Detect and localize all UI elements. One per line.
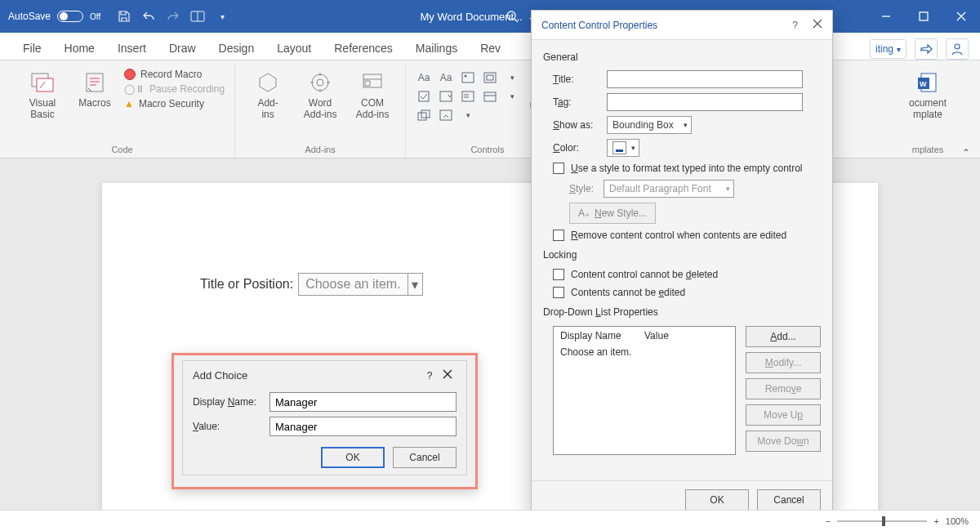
save-icon[interactable] (117, 9, 131, 24)
chevron-down-icon[interactable]: ▾ (408, 274, 422, 295)
moveup-button: Move Up (746, 404, 821, 426)
repeating-control-icon[interactable] (416, 108, 432, 123)
svg-rect-21 (462, 91, 474, 101)
plain-text-control-icon[interactable]: Aa (438, 70, 454, 85)
tab-draw[interactable]: Draw (158, 35, 207, 60)
add-button[interactable]: Add... (746, 326, 821, 347)
svg-rect-18 (487, 75, 493, 80)
zoom-out-button[interactable]: − (826, 516, 831, 526)
svg-rect-17 (484, 73, 496, 83)
tab-references[interactable]: References (323, 35, 404, 60)
editing-mode-button[interactable]: iting ▾ (870, 39, 906, 59)
dropdown-list[interactable]: Display Name Value Choose an item. (553, 326, 736, 455)
use-style-checkbox[interactable] (553, 163, 564, 174)
rich-text-control-icon[interactable]: Aa (416, 70, 432, 85)
tab-review[interactable]: Rev (469, 35, 512, 60)
addins-icon (254, 69, 282, 96)
display-name-label: Display Name: (193, 396, 263, 408)
tag-input[interactable] (607, 93, 803, 111)
tab-insert[interactable]: Insert (106, 35, 158, 60)
macros-button[interactable]: Macros (72, 65, 118, 109)
group-label-controls: Controls (470, 141, 504, 158)
tab-mailings[interactable]: Mailings (404, 35, 469, 60)
combo-control-icon[interactable] (438, 89, 454, 104)
svg-rect-19 (419, 91, 429, 101)
picture-control-icon[interactable] (460, 70, 476, 85)
new-style-icon: A₊ (578, 207, 590, 219)
dropdown-control-icon[interactable] (460, 89, 476, 104)
title-position-combo[interactable]: Choose an item. ▾ (298, 273, 423, 296)
cannot-delete-checkbox[interactable] (553, 269, 564, 280)
col-value: Value (644, 330, 728, 341)
account-button[interactable] (946, 38, 969, 60)
ribbon-group-templates: W ocument mplate mplates (885, 64, 970, 158)
maximize-button[interactable] (905, 0, 942, 33)
chevron-down-icon: ▾ (726, 185, 730, 193)
minimize-button[interactable] (867, 0, 905, 33)
checkbox-control-icon[interactable] (416, 89, 432, 104)
cannot-delete-label: Content control cannot be deleted (571, 269, 718, 280)
tab-layout[interactable]: Layout (265, 35, 323, 60)
add-choice-title: Add Choice (193, 369, 247, 382)
tab-home[interactable]: Home (53, 35, 106, 60)
search-icon[interactable] (505, 9, 519, 24)
ccp-cancel-button[interactable]: Cancel (757, 489, 821, 511)
zoom-slider[interactable] (837, 520, 927, 522)
visual-basic-button[interactable]: Visual Basic (20, 65, 65, 121)
ccp-ok-button[interactable]: OK (685, 489, 749, 511)
tab-design[interactable]: Design (207, 35, 266, 60)
autosave-toggle[interactable]: AutoSave Off (8, 11, 100, 22)
record-macro-button[interactable]: Record Macro (124, 69, 225, 80)
share-button[interactable] (915, 38, 938, 60)
com-addins-button[interactable]: COM Add-ins (350, 65, 395, 121)
more-icon[interactable]: ▾ (215, 9, 229, 24)
display-name-input[interactable] (270, 392, 457, 412)
warning-icon: ▲ (124, 98, 134, 109)
word-addins-button[interactable]: Word Add-ins (297, 65, 343, 121)
help-button[interactable]: ? (792, 20, 798, 31)
title-input[interactable] (607, 70, 803, 88)
addins-button[interactable]: Add- ins (245, 65, 291, 121)
zoom-in-button[interactable]: + (933, 516, 938, 526)
macro-security-button[interactable]: ▲ Macro Security (124, 98, 225, 109)
chevron-down-icon: ▾ (684, 121, 688, 129)
list-item[interactable]: Choose an item. (554, 345, 735, 359)
svg-rect-5 (920, 12, 928, 20)
redo-icon[interactable] (166, 9, 180, 24)
svg-rect-26 (418, 113, 426, 120)
close-icon[interactable] (439, 369, 457, 382)
undo-icon[interactable] (141, 9, 156, 24)
document-template-button[interactable]: W ocument mplate (895, 65, 960, 121)
remove-on-edit-checkbox[interactable] (553, 230, 564, 241)
control-chevron-1[interactable] (504, 70, 520, 85)
section-general: General (543, 51, 821, 63)
ccp-titlebar[interactable]: Content Control Properties ? (532, 11, 832, 40)
legacy-tools-chevron[interactable] (460, 108, 476, 123)
movedown-button: Move Down (746, 431, 821, 452)
status-bar: − + 100% (0, 510, 980, 531)
cannot-edit-checkbox[interactable] (553, 287, 564, 298)
help-button[interactable]: ? (421, 370, 439, 382)
color-swatch-icon (612, 141, 626, 154)
zoom-level[interactable]: 100% (946, 516, 969, 526)
svg-line-3 (514, 19, 518, 22)
color-picker[interactable]: ▾ (607, 139, 639, 157)
new-style-button: A₊ New Style... (569, 203, 656, 224)
ok-button[interactable]: OK (321, 447, 385, 468)
control-chevron-2[interactable] (504, 89, 520, 104)
reading-view-icon[interactable] (190, 9, 205, 24)
value-input[interactable] (270, 417, 457, 436)
close-icon[interactable] (813, 19, 822, 31)
collapse-ribbon-icon[interactable]: ⌃ (962, 147, 970, 158)
combo-placeholder: Choose an item. (299, 277, 408, 292)
legacy-tools-icon[interactable] (438, 108, 454, 123)
ccp-title: Content Control Properties (541, 20, 657, 31)
date-control-icon[interactable] (482, 89, 498, 104)
showas-select[interactable]: Bounding Box ▾ (607, 116, 692, 134)
tab-file[interactable]: File (11, 35, 53, 60)
remove-on-edit-label: Remove content control when contents are… (571, 230, 786, 241)
close-button[interactable] (942, 0, 980, 33)
cancel-button[interactable]: Cancel (393, 447, 457, 468)
building-block-control-icon[interactable] (482, 70, 498, 85)
svg-text:W: W (920, 80, 927, 88)
